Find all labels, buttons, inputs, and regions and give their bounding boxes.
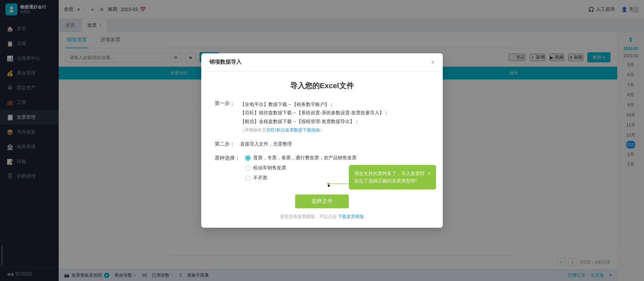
dialog-close-btn[interactable]: × (431, 59, 435, 65)
footer-download-link[interactable]: 下载发票模版 (338, 214, 364, 219)
tooltip-text: 现在支持的票种多了，导入发票时别忘了选择正确的发票类型呀! (354, 171, 425, 183)
ticket-option-1[interactable]: 普票，专票，卷票，通行费发票，农产品销售发票 (245, 155, 357, 161)
tooltip-close-btn[interactable]: × (428, 170, 431, 177)
dialog-body: 导入您的Excel文件 第一步： 【全电平台】数据下载→【税务数字账户】； 【百… (201, 71, 443, 228)
ticket-label: 票种选择： (215, 155, 240, 161)
step1-link[interactable]: 百旺/航信发票数据下载指南 (266, 127, 320, 132)
select-file-btn[interactable]: 选择文件 (295, 194, 349, 208)
dialog-overlay: 销项数据导入 × 导入您的Excel文件 第一步： 【全电平台】数据下载→【税务… (0, 0, 644, 281)
select-file-wrap: 选择文件 (215, 194, 429, 208)
import-dialog: 销项数据导入 × 导入您的Excel文件 第一步： 【全电平台】数据下载→【税务… (201, 53, 443, 228)
dialog-main-title: 导入您的Excel文件 (215, 81, 429, 91)
ticket-option-2-label: 机动车销售发票 (253, 165, 286, 171)
dialog-title: 销项数据导入 (209, 59, 241, 66)
step2-content: 直接导入文件，无需整理 (240, 140, 292, 148)
ticket-section: 票种选择： 普票，专票，卷票，通行费发票，农产品销售发票 机动车销售 (215, 155, 429, 181)
ticket-option-3-label: 不开票 (253, 175, 267, 181)
step1-row: 第一步： 【全电平台】数据下载→【税务数字账户】； 【百旺】税控盘数据下载→【系… (215, 100, 429, 126)
ticket-option-1-label: 普票，专票，卷票，通行费发票，农产品销售发票 (253, 155, 357, 161)
step1-line1: 【全电平台】数据下载→【税务数字账户】； (240, 100, 389, 109)
step1-note: （详细操作见百旺/航信发票数据下载指南） (240, 127, 429, 133)
step1-label: 第一步： (215, 100, 235, 107)
tooltip-wrap: ● × 现在支持的票种多了，导入发票时别忘了选择正确的发票类型呀! (327, 165, 436, 189)
footer-note: 若您没有发票模版，可以点击 (280, 214, 337, 219)
radio-3 (245, 175, 251, 181)
radio-1 (245, 155, 251, 161)
step1-section: 第一步： 【全电平台】数据下载→【税务数字账户】； 【百旺】税控盘数据下载→【系… (215, 100, 429, 133)
step1-line3: 【航信】金税盘数据下载→【报税管理-发票数据导出】； (240, 117, 389, 126)
step1-content: 【全电平台】数据下载→【税务数字账户】； 【百旺】税控盘数据下载→【系统设置-系… (240, 100, 389, 126)
radio-2 (245, 165, 251, 171)
tooltip-box: × 现在支持的票种多了，导入发票时别忘了选择正确的发票类型呀! (349, 165, 436, 189)
dialog-footer: 若您没有发票模版，可以点击 下载发票模版 (215, 214, 429, 220)
step2-label: 第二步： (215, 141, 235, 147)
step1-line2: 【百旺】税控盘数据下载→【系统设置-系统参数设置-发票批量导入】； (240, 109, 389, 117)
tooltip-line (329, 180, 349, 187)
radio-dot-1 (247, 157, 249, 159)
step2-row: 第二步： 直接导入文件，无需整理 (215, 140, 429, 148)
dialog-header: 销项数据导入 × (201, 53, 443, 71)
